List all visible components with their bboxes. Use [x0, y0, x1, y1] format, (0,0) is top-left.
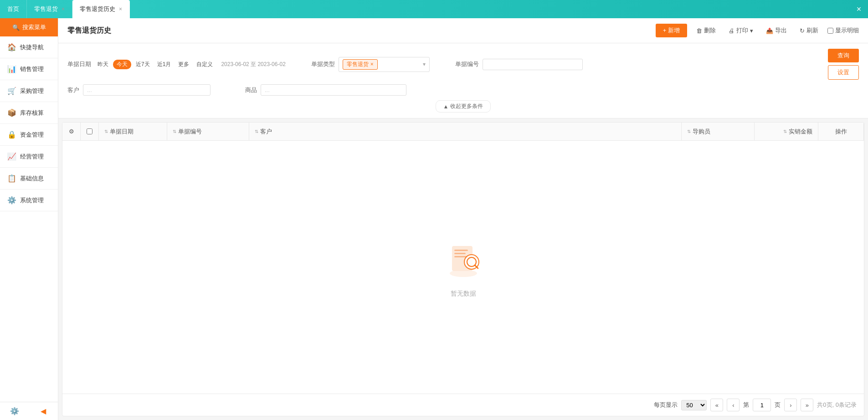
next-page-button[interactable]: ›	[784, 399, 797, 411]
show-detail-checkbox[interactable]: 显示明细	[827, 26, 859, 35]
sort-guide-icon: ⇅	[687, 129, 691, 134]
sidebar-item-finance-label: 资金管理	[20, 131, 44, 139]
date-opt-yesterday[interactable]: 昨天	[95, 60, 111, 69]
th-code[interactable]: ⇅ 单据编号	[167, 123, 249, 140]
tab-retail-return-history-close[interactable]: ×	[119, 6, 122, 12]
goods-input[interactable]: ...	[261, 84, 406, 96]
tab-retail-return-history[interactable]: 零售退货历史 ×	[72, 0, 130, 18]
page-unit: 页	[775, 401, 781, 409]
print-label: 打印	[736, 26, 748, 35]
tab-retail-return-close[interactable]: ×	[62, 6, 65, 12]
th-check[interactable]	[81, 123, 99, 140]
query-button[interactable]: 查询	[828, 49, 859, 62]
delete-icon: 🗑	[696, 27, 702, 34]
th-amount[interactable]: ⇅ 实销金额	[755, 123, 818, 140]
doc-type-remove[interactable]: ×	[370, 61, 374, 67]
customer-input[interactable]: ...	[83, 84, 211, 96]
setup-button[interactable]: 设置	[828, 65, 859, 80]
svg-rect-3	[454, 253, 466, 254]
goods-placeholder: ...	[265, 87, 270, 93]
date-opt-custom[interactable]: 自定义	[194, 60, 216, 69]
date-opt-1month[interactable]: 近1月	[154, 60, 174, 69]
empty-state: 暂无数据	[62, 141, 864, 394]
main-layout: 🔍 搜索菜单 🏠 快捷导航 📊 销售管理 🛒 采购管理 📦 库存核算 🔒 资金管…	[0, 18, 868, 420]
th-guide[interactable]: ⇅ 导购员	[682, 123, 755, 140]
sidebar-item-inventory[interactable]: 📦 库存核算	[0, 102, 58, 124]
sidebar-settings-button[interactable]: ⚙️	[0, 402, 29, 420]
date-filter-label: 单据日期	[67, 60, 91, 68]
collapse-button[interactable]: ▲ 收起更多条件	[436, 100, 491, 113]
sort-customer-icon: ⇅	[255, 129, 258, 134]
doc-type-tag-label: 零售退货	[347, 61, 369, 68]
th-code-label: 单据编号	[178, 128, 202, 136]
content-area: 零售退货历史 + 新增 🗑 删除 🖨 打印 ▾ 📤 导出 ↻	[58, 18, 868, 420]
select-all-checkbox[interactable]	[87, 128, 92, 134]
show-detail-input[interactable]	[827, 28, 833, 34]
sidebar-item-basic[interactable]: 📋 基础信息	[0, 168, 58, 190]
prev-page-button[interactable]: ‹	[727, 399, 740, 411]
refresh-button[interactable]: ↻ 刷新	[796, 25, 822, 36]
filter-area: 单据日期 昨天 今天 近7天 近1月 更多 自定义 2023-06-02 至 2…	[58, 43, 868, 118]
page-title: 零售退货历史	[67, 26, 111, 36]
filter-date: 单据日期 昨天 今天 近7天 近1月 更多 自定义 2023-06-02 至 2…	[67, 60, 286, 69]
collapse-icon: ◀	[41, 407, 46, 415]
export-button[interactable]: 📤 导出	[762, 25, 791, 36]
doc-no-input[interactable]	[483, 59, 583, 70]
th-settings[interactable]: ⚙	[62, 123, 81, 140]
finance-icon: 🔒	[7, 130, 16, 139]
search-icon: 🔍	[12, 24, 20, 31]
filter-doc-type: 单据类型 零售退货 × ▾	[311, 57, 430, 72]
date-opt-more[interactable]: 更多	[175, 60, 192, 69]
sidebar-item-system-label: 系统管理	[20, 196, 44, 205]
goods-label: 商品	[245, 86, 257, 94]
per-page-select[interactable]: 50 100 200	[681, 400, 707, 410]
export-label: 导出	[775, 26, 787, 35]
filter-row-1: 单据日期 昨天 今天 近7天 近1月 更多 自定义 2023-06-02 至 2…	[67, 49, 859, 80]
table-header: ⚙ ⇅ 单据日期 ⇅ 单据编号 ⇅ 客户 ⇅	[62, 123, 864, 141]
print-button[interactable]: 🖨 打印 ▾	[725, 25, 757, 36]
sidebar-item-basic-label: 基础信息	[20, 174, 44, 183]
collapse-container: ▲ 收起更多条件	[67, 100, 859, 113]
table-settings-icon[interactable]: ⚙	[69, 128, 74, 135]
sidebar-collapse-button[interactable]: ◀	[29, 402, 58, 420]
operation-icon: 📈	[7, 152, 16, 161]
th-customer[interactable]: ⇅ 客户	[249, 123, 682, 140]
per-page-label: 每页显示	[654, 401, 678, 409]
inventory-icon: 📦	[7, 108, 16, 117]
sidebar: 🔍 搜索菜单 🏠 快捷导航 📊 销售管理 🛒 采购管理 📦 库存核算 🔒 资金管…	[0, 18, 58, 420]
tab-home[interactable]: 首页	[0, 0, 27, 18]
query-setup-buttons: 查询 设置	[828, 49, 859, 80]
empty-illustration	[441, 237, 486, 282]
purchase-icon: 🛒	[7, 87, 16, 95]
delete-button[interactable]: 🗑 删除	[693, 25, 719, 36]
sidebar-item-system[interactable]: ⚙️ 系统管理	[0, 190, 58, 211]
first-page-button[interactable]: «	[710, 399, 723, 411]
last-page-button[interactable]: »	[801, 399, 813, 411]
filter-row-2: 客户 ... 商品 ...	[67, 84, 859, 96]
basic-icon: 📋	[7, 174, 16, 183]
th-action-label: 操作	[835, 128, 847, 136]
customer-placeholder: ...	[87, 87, 92, 93]
sidebar-item-operation[interactable]: 📈 经营管理	[0, 146, 58, 168]
pagination-bar: 每页显示 50 100 200 « ‹ 第 页 › » 共0页, 0条记录	[62, 394, 864, 416]
sidebar-item-quick-nav[interactable]: 🏠 快捷导航	[0, 36, 58, 58]
window-close-button[interactable]: ×	[850, 0, 868, 18]
date-opt-today[interactable]: 今天	[113, 60, 131, 69]
sidebar-item-purchase[interactable]: 🛒 采购管理	[0, 80, 58, 102]
page-input[interactable]	[753, 399, 771, 411]
doc-type-select[interactable]: 零售退货 × ▾	[339, 57, 430, 72]
new-button[interactable]: + 新增	[656, 24, 687, 37]
sidebar-item-sales[interactable]: 📊 销售管理	[0, 58, 58, 80]
date-opt-7days[interactable]: 近7天	[133, 60, 153, 69]
filter-doc-no: 单据编号	[455, 59, 583, 70]
sort-amount-icon: ⇅	[783, 129, 787, 134]
tab-retail-return[interactable]: 零售退货 ×	[27, 0, 72, 18]
th-date[interactable]: ⇅ 单据日期	[99, 123, 167, 140]
topbar-tabs: 首页 零售退货 × 零售退货历史 ×	[0, 0, 850, 18]
doc-type-label: 单据类型	[311, 60, 335, 68]
sidebar-item-finance[interactable]: 🔒 资金管理	[0, 124, 58, 146]
doc-no-label: 单据编号	[455, 60, 479, 68]
sidebar-search[interactable]: 🔍 搜索菜单	[0, 18, 58, 36]
print-dropdown-icon: ▾	[750, 27, 753, 34]
customer-label: 客户	[67, 86, 79, 94]
